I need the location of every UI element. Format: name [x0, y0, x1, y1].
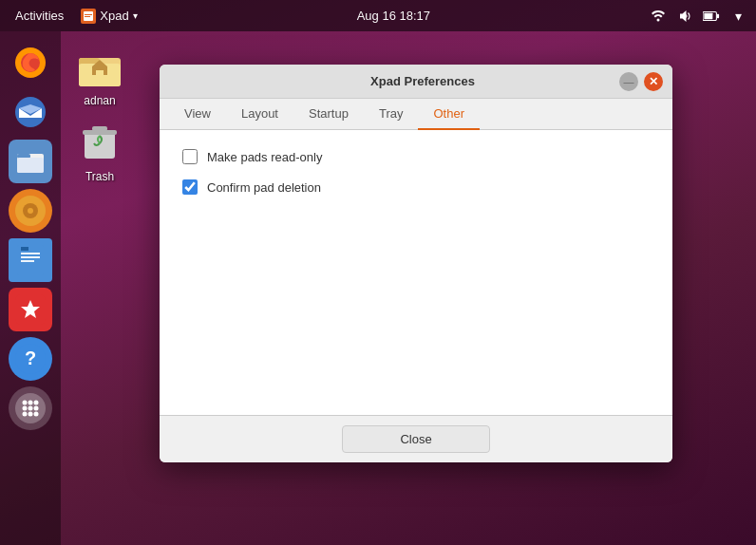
system-tray: ▾ — [650, 8, 747, 25]
svg-rect-20 — [21, 247, 28, 251]
svg-point-32 — [28, 412, 33, 417]
dialog-title: Xpad Preferences — [226, 74, 619, 88]
svg-point-30 — [34, 406, 39, 411]
battery-icon[interactable] — [703, 8, 720, 25]
home-folder-icon — [75, 41, 124, 90]
dock-item-appcenter[interactable] — [9, 288, 52, 331]
make-pads-readonly-checkbox[interactable] — [182, 149, 198, 164]
xpad-preferences-dialog: Xpad Preferences — ✕ View Layout Startup… — [160, 65, 672, 462]
svg-point-3 — [657, 18, 660, 21]
xpad-app-icon — [81, 9, 96, 24]
dock-item-appgrid[interactable] — [9, 386, 52, 430]
desktop-icon-home[interactable]: adnan — [62, 41, 138, 107]
close-window-button[interactable]: ✕ — [644, 72, 663, 91]
svg-rect-17 — [21, 253, 40, 254]
top-bar: Activities Xpad ▾ Aug 16 18:17 — [0, 0, 756, 31]
svg-text:?: ? — [25, 348, 36, 368]
svg-point-15 — [28, 208, 33, 214]
desktop-icon-trash[interactable]: Trash — [62, 117, 138, 183]
dialog-footer: Close — [160, 415, 672, 462]
dock: ? — [0, 31, 61, 545]
dialog-content: Make pads read-only Confirm pad deletion — [160, 130, 672, 415]
home-icon-label: adnan — [84, 94, 115, 107]
svg-point-33 — [34, 412, 39, 417]
tab-view[interactable]: View — [169, 99, 226, 130]
svg-rect-6 — [704, 12, 712, 18]
svg-rect-2 — [85, 16, 90, 17]
trash-icon-label: Trash — [85, 170, 114, 183]
confirm-pad-deletion-checkbox[interactable] — [182, 179, 198, 195]
svg-point-26 — [28, 401, 33, 405]
confirm-pad-deletion-row: Confirm pad deletion — [182, 179, 650, 195]
svg-rect-5 — [717, 13, 719, 18]
app-name-label: Xpad — [100, 9, 128, 23]
svg-point-28 — [23, 406, 28, 411]
dock-item-writer[interactable] — [9, 238, 52, 282]
tab-layout[interactable]: Layout — [226, 99, 293, 130]
dock-item-rhythmbox[interactable] — [9, 189, 52, 233]
minimize-button[interactable]: — — [619, 72, 638, 91]
app-indicator[interactable]: Xpad ▾ — [81, 9, 137, 24]
system-menu-icon[interactable]: ▾ — [729, 8, 747, 25]
desktop-icons: adnan Trash — [62, 31, 138, 183]
trash-icon — [75, 117, 124, 166]
svg-rect-19 — [21, 260, 34, 262]
svg-rect-18 — [21, 256, 40, 258]
dialog-titlebar: Xpad Preferences — ✕ — [160, 65, 672, 99]
svg-point-31 — [23, 412, 28, 417]
make-pads-readonly-label[interactable]: Make pads read-only — [207, 150, 322, 164]
app-dropdown-icon: ▾ — [133, 10, 138, 21]
svg-point-25 — [23, 401, 28, 405]
dock-item-firefox[interactable] — [9, 41, 52, 85]
activities-button[interactable]: Activities — [9, 7, 69, 25]
sound-icon[interactable] — [676, 8, 693, 25]
dock-item-thunderbird[interactable] — [9, 90, 52, 134]
datetime-label: Aug 16 18:17 — [357, 9, 430, 23]
dock-item-help[interactable]: ? — [9, 337, 52, 381]
dialog-window-buttons: — ✕ — [619, 72, 663, 91]
confirm-pad-deletion-label[interactable]: Confirm pad deletion — [207, 180, 321, 195]
svg-rect-39 — [92, 126, 107, 131]
close-button[interactable]: Close — [342, 425, 489, 453]
dialog-tabs: View Layout Startup Tray Other — [160, 99, 672, 130]
tab-startup[interactable]: Startup — [293, 99, 364, 130]
svg-rect-1 — [85, 14, 92, 15]
svg-point-29 — [28, 406, 33, 411]
svg-rect-12 — [17, 158, 44, 173]
svg-point-27 — [34, 401, 39, 405]
network-icon[interactable] — [650, 8, 667, 25]
tab-tray[interactable]: Tray — [364, 99, 419, 130]
tab-other[interactable]: Other — [418, 99, 480, 130]
dock-item-files[interactable] — [9, 140, 52, 183]
make-pads-readonly-row: Make pads read-only — [182, 149, 650, 164]
